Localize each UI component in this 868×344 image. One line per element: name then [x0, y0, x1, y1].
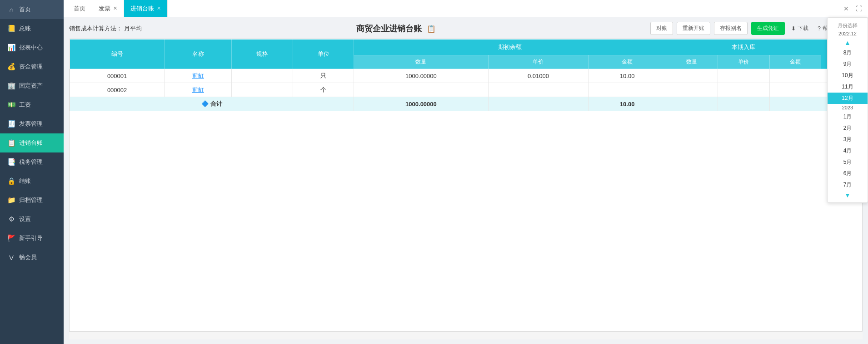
sidebar-item-tax[interactable]: 📑税务管理: [0, 152, 64, 172]
month-item-11月[interactable]: 11月: [828, 81, 868, 93]
month-item-7月[interactable]: 7月: [828, 179, 868, 191]
month-item-5月[interactable]: 5月: [828, 157, 868, 168]
cost-method-label: 销售成本计算方法：: [69, 25, 122, 32]
col-header-unit: 单位: [293, 39, 354, 69]
sidebar-label-home: 首页: [19, 5, 31, 14]
year-2023-label: 2023: [828, 104, 868, 111]
generate-button[interactable]: 生成凭证: [751, 22, 785, 35]
sub-init-price: 单价: [488, 55, 589, 69]
sidebar-icon-jinxiao: 📋: [7, 139, 15, 147]
sidebar-label-assets: 固定资产: [19, 82, 43, 90]
sidebar-item-home[interactable]: ⌂首页: [0, 0, 64, 19]
sidebar-icon-vip: V: [7, 254, 15, 261]
col-header-spec: 规格: [232, 39, 293, 69]
sidebar-label-archive: 归档管理: [19, 196, 43, 204]
sidebar-icon-ledger: 📒: [7, 25, 15, 33]
download-icon: ⬇: [791, 25, 796, 32]
close-window-button[interactable]: ✕: [841, 3, 852, 14]
sidebar: ⌂首页📒总账📊报表中心💰资金管理🏢固定资产💵工资🧾发票管理📋进销台账📑税务管理🔒…: [0, 0, 64, 344]
total-init-price: [488, 97, 589, 111]
cell-init-qty: [354, 83, 488, 97]
sidebar-item-jinxiao[interactable]: 📋进销台账: [0, 133, 64, 152]
sidebar-item-wages[interactable]: 💵工资: [0, 95, 64, 114]
tab-close-jinxiao[interactable]: ✕: [157, 5, 161, 11]
page-title: 商贸企业进销台账 📋: [142, 23, 651, 34]
month-item-10月[interactable]: 10月: [828, 70, 868, 81]
sidebar-item-closing[interactable]: 🔒结账: [0, 172, 64, 191]
reopen-button[interactable]: 重新开账: [677, 22, 710, 35]
sidebar-label-settings: 设置: [19, 215, 31, 223]
sidebar-label-reports: 报表中心: [19, 44, 43, 52]
cell-init-amount: [589, 83, 666, 97]
group-header-in: 本期入库: [666, 39, 821, 55]
month-item-4月[interactable]: 4月: [828, 145, 868, 157]
month-item-6月[interactable]: 6月: [828, 168, 868, 179]
tab-home[interactable]: 首页: [67, 0, 92, 17]
cell-init-qty: 1000.00000: [354, 69, 488, 83]
month-item-1月[interactable]: 1月: [828, 111, 868, 123]
tab-close-invoice[interactable]: ✕: [113, 5, 117, 11]
table-row: 000001 前缸 只 1000.00000 0.01000 10.00: [70, 69, 862, 83]
tab-invoice[interactable]: 发票✕: [92, 0, 124, 17]
sidebar-label-guide: 新手引导: [19, 234, 43, 242]
total-in-price: [718, 97, 769, 111]
group-header-init: 期初余额: [354, 39, 666, 55]
cell-name[interactable]: 前缸: [165, 69, 232, 83]
cell-name[interactable]: 前缸: [165, 83, 232, 97]
sidebar-item-invoice-mgmt[interactable]: 🧾发票管理: [0, 114, 64, 133]
window-controls: ✕ ⛶: [841, 0, 868, 17]
cell-spec: [232, 83, 293, 97]
month-nav-up[interactable]: ▲: [828, 38, 868, 47]
sidebar-icon-archive: 📁: [7, 196, 15, 204]
sub-init-amount: 金额: [589, 55, 666, 69]
cell-unit: 个: [293, 83, 354, 97]
sidebar-label-ledger: 总账: [19, 25, 31, 33]
header-row: 销售成本计算方法： 月平均 商贸企业进销台账 📋 对账 重新开账 存报别名 生成…: [69, 22, 863, 35]
match-button[interactable]: 对账: [650, 22, 673, 35]
sidebar-item-assets[interactable]: 🏢固定资产: [0, 76, 64, 95]
sub-init-qty: 数量: [354, 55, 488, 69]
cell-in-price: [718, 69, 769, 83]
sidebar-item-settings[interactable]: ⚙设置: [0, 210, 64, 229]
help-icon: ?: [818, 25, 821, 32]
month-item-3月[interactable]: 3月: [828, 134, 868, 145]
total-init-amount: 10.00: [589, 97, 666, 111]
sidebar-icon-invoice-mgmt: 🧾: [7, 120, 15, 128]
month-item-12月[interactable]: 12月: [828, 93, 868, 104]
maximize-window-button[interactable]: ⛶: [853, 3, 864, 14]
month-item-2月[interactable]: 2月: [828, 123, 868, 134]
total-row: 🔷合计 1000.00000 10.00: [70, 97, 862, 111]
month-item-9月[interactable]: 9月: [828, 59, 868, 70]
sidebar-item-ledger[interactable]: 📒总账: [0, 19, 64, 38]
sidebar-item-reports[interactable]: 📊报表中心: [0, 38, 64, 57]
main-area: 首页发票✕进销台账✕ ✕ ⛶ 销售成本计算方法： 月平均 商贸企业进销台账 📋 …: [64, 0, 868, 344]
scrollbar[interactable]: [69, 331, 863, 339]
sidebar-icon-wages: 💵: [7, 101, 15, 109]
total-label: 🔷合计: [70, 97, 354, 111]
download-button[interactable]: ⬇ 下载: [788, 22, 811, 34]
sidebar-label-wages: 工资: [19, 101, 31, 109]
month-item-8月[interactable]: 8月: [828, 47, 868, 59]
cell-spec: [232, 69, 293, 83]
sidebar-item-funds[interactable]: 💰资金管理: [0, 57, 64, 76]
total-in-amount: [769, 97, 821, 111]
sidebar-label-tax: 税务管理: [19, 158, 43, 166]
sidebar-label-invoice-mgmt: 发票管理: [19, 120, 43, 128]
sidebar-icon-assets: 🏢: [7, 82, 15, 90]
content-area: 销售成本计算方法： 月平均 商贸企业进销台账 📋 对账 重新开账 存报别名 生成…: [64, 17, 868, 344]
tab-jinxiao[interactable]: 进销台账✕: [124, 0, 168, 17]
col-header-id: 编号: [70, 39, 165, 69]
sidebar-item-guide[interactable]: 🚩新手引导: [0, 229, 64, 248]
sidebar-item-vip[interactable]: V畅会员: [0, 248, 64, 267]
save-alias-button[interactable]: 存报别名: [714, 22, 748, 35]
sidebar-item-archive[interactable]: 📁归档管理: [0, 191, 64, 210]
title-icon[interactable]: 📋: [427, 25, 436, 33]
cell-in-qty: [666, 69, 718, 83]
month-nav-down[interactable]: ▼: [828, 191, 868, 200]
tab-label-home: 首页: [74, 5, 85, 13]
sidebar-icon-tax: 📑: [7, 158, 15, 166]
cell-id: 000002: [70, 83, 165, 97]
table-wrapper: 编号 名称 规格 单位 期初余额 本期入库 数 数量 单价 金额 数量 单价: [69, 39, 863, 331]
cost-method: 销售成本计算方法： 月平均: [69, 25, 142, 33]
total-in-qty: [666, 97, 718, 111]
